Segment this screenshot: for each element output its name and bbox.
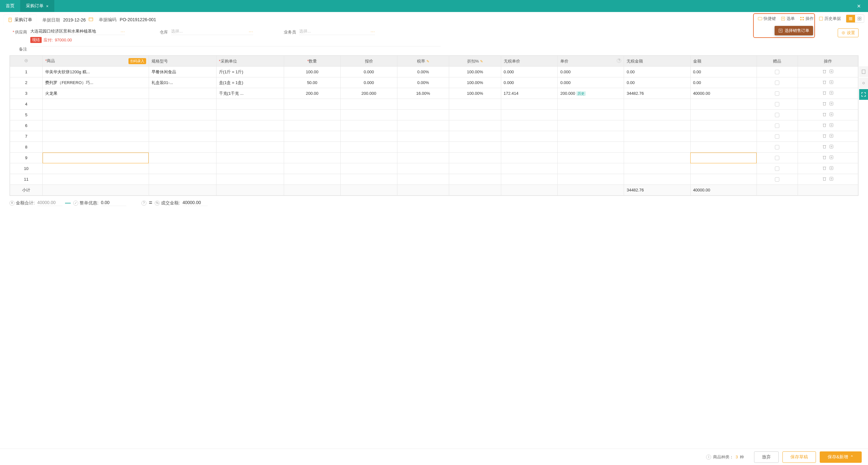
delete-row-icon[interactable] [822, 144, 827, 149]
more-icon[interactable]: ··· [371, 29, 375, 34]
delete-row-icon[interactable] [822, 80, 827, 84]
cell-price[interactable]: 200.000历史 [558, 88, 624, 99]
table-row[interactable]: 9 [10, 152, 858, 163]
cell-gift[interactable] [756, 88, 798, 99]
cell-amount[interactable]: 0.00 [690, 67, 756, 78]
cell-notax-price[interactable]: 0.000 [501, 67, 558, 78]
rail-note-icon[interactable] [859, 66, 868, 77]
delete-row-icon[interactable] [822, 112, 827, 117]
cell-product[interactable] [42, 99, 149, 110]
table-row[interactable]: 11 [10, 174, 858, 185]
settings-column-icon[interactable] [10, 56, 42, 67]
cell-amount[interactable] [690, 163, 756, 174]
cell-notax-price[interactable]: 0.000 [501, 78, 558, 88]
gift-checkbox[interactable] [775, 123, 779, 128]
cell-notax-price[interactable]: 172.414 [501, 88, 558, 99]
cell-amount[interactable]: 0.00 [690, 78, 756, 88]
delete-row-icon[interactable] [822, 101, 827, 106]
cell-product[interactable] [42, 110, 149, 120]
cell-quote[interactable]: 200.000 [341, 88, 397, 99]
add-row-icon[interactable] [829, 134, 834, 138]
cell-price[interactable]: 0.000 [558, 78, 624, 88]
date-value[interactable]: 2019-12-26 [63, 18, 86, 23]
hotkey-button[interactable]: 快捷键 [756, 14, 778, 23]
cell-product[interactable]: 华美华夫软饼1200g 糕... [42, 67, 149, 78]
delete-row-icon[interactable] [822, 91, 827, 95]
table-row[interactable]: 7 [10, 131, 858, 142]
close-icon[interactable]: × [46, 4, 49, 8]
delete-row-icon[interactable] [822, 166, 827, 170]
cell-amount[interactable] [690, 110, 756, 120]
add-row-icon[interactable] [829, 112, 834, 117]
more-icon[interactable]: ··· [249, 29, 253, 34]
table-row[interactable]: 1 华美华夫软饼1200g 糕... 早餐休闲食品 斤(1斤 = 1斤) 100… [10, 67, 858, 78]
cell-unit[interactable]: 千克(1千克 ... [216, 88, 284, 99]
remark-input[interactable] [30, 46, 441, 47]
view-list-icon[interactable] [846, 15, 855, 23]
cell-qty[interactable]: 200.00 [284, 88, 341, 99]
tab-purchase-order[interactable]: 采购订单 × [20, 0, 54, 12]
cell-discount[interactable]: 100.00% [449, 78, 501, 88]
cell-product[interactable]: 费列罗（FERRERO）巧... [42, 78, 149, 88]
more-icon[interactable]: ··· [121, 29, 125, 34]
add-row-icon[interactable] [829, 69, 834, 74]
help-icon[interactable]: ? [617, 58, 621, 63]
table-row[interactable]: 4 [10, 99, 858, 110]
gift-checkbox[interactable] [775, 145, 779, 149]
cell-gift[interactable] [756, 78, 798, 88]
scan-input-button[interactable]: 扫码录入 [128, 58, 146, 64]
settings-button[interactable]: 设置 [838, 28, 859, 37]
window-close-icon[interactable]: × [853, 0, 865, 12]
gift-checkbox[interactable] [775, 102, 779, 107]
cell-qty[interactable]: 50.00 [284, 78, 341, 88]
select-sales-order-button[interactable]: 选择销售订单 [775, 26, 813, 35]
delete-row-icon[interactable] [822, 134, 827, 138]
cell-spec[interactable]: 早餐休闲食品 [149, 67, 216, 78]
cell-spec[interactable] [149, 88, 216, 99]
add-row-icon[interactable] [829, 144, 834, 149]
cell-product[interactable] [42, 142, 149, 152]
cell-discount[interactable]: 100.00% [449, 88, 501, 99]
cell-notax-amount[interactable]: 34482.76 [624, 88, 690, 99]
cell-notax-amount[interactable]: 0.00 [624, 78, 690, 88]
pick-order-button[interactable]: 选单 [779, 14, 797, 23]
cell-discount[interactable]: 100.00% [449, 67, 501, 78]
delete-row-icon[interactable] [822, 177, 827, 181]
cell-spec[interactable]: 礼盒装01-... [149, 78, 216, 88]
delete-row-icon[interactable] [822, 123, 827, 127]
cell-amount[interactable] [690, 99, 756, 110]
gift-checkbox[interactable] [775, 91, 779, 96]
add-row-icon[interactable] [829, 91, 834, 95]
cell-amount[interactable]: 40000.00 [690, 88, 756, 99]
document-tab[interactable]: 采购订单 [4, 14, 37, 25]
cell-product[interactable] [42, 174, 149, 185]
cell-quote[interactable]: 0.000 [341, 78, 397, 88]
cell-tax[interactable]: 0.00% [397, 67, 449, 78]
help-icon[interactable]: ? [142, 201, 147, 206]
gift-checkbox[interactable] [775, 113, 779, 117]
add-row-icon[interactable] [829, 155, 834, 159]
cell-amount[interactable] [690, 174, 756, 185]
cell-tax[interactable]: 16.00% [397, 88, 449, 99]
warehouse-input[interactable]: 选择... ··· [171, 28, 253, 35]
cell-amount[interactable] [690, 142, 756, 152]
cell-amount[interactable] [690, 152, 756, 163]
supplier-input[interactable]: 大连花园口经济区景和水果种植基地 ··· [30, 28, 125, 35]
history-button[interactable]: 历史单据 [817, 14, 843, 23]
gift-checkbox[interactable] [775, 81, 779, 85]
add-row-icon[interactable] [829, 166, 834, 170]
history-tag[interactable]: 历史 [576, 91, 586, 96]
cell-amount[interactable] [690, 120, 756, 131]
table-row[interactable]: 6 [10, 120, 858, 131]
calendar-icon[interactable] [89, 18, 93, 23]
table-row[interactable]: 8 [10, 142, 858, 152]
add-row-icon[interactable] [829, 177, 834, 181]
rail-expand-icon[interactable] [859, 89, 868, 100]
cell-product[interactable] [42, 152, 149, 163]
gift-checkbox[interactable] [775, 177, 779, 182]
edit-icon[interactable]: ✎ [480, 59, 483, 63]
cell-quote[interactable]: 0.000 [341, 67, 397, 78]
add-row-icon[interactable] [829, 80, 834, 84]
cell-gift[interactable] [756, 67, 798, 78]
cell-qty[interactable]: 100.00 [284, 67, 341, 78]
